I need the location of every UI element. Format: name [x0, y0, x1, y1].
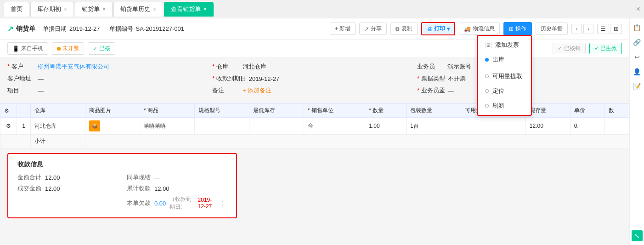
subtotal-row: 小计	[0, 135, 629, 148]
col-sales-unit: * 销售单位	[304, 104, 365, 118]
doc-title-text: 销货单	[16, 25, 35, 33]
sidebar-user-icon[interactable]: 👤	[632, 66, 643, 77]
doc-number-value: SA-20191227-001	[136, 25, 185, 32]
form-section: * 客户 柳州粤港平安气体有限公司 * 仓库 河北仓库 业务员 演示账号 客户地…	[0, 58, 629, 103]
due-date-value: 2019-12-27	[249, 75, 280, 82]
deal-value: 12.00	[45, 185, 60, 192]
tab-close-sales[interactable]: ×	[102, 6, 106, 12]
row-pack-qty: 1台	[406, 118, 461, 135]
customer-field: * 客户 柳州粤港平安气体有限公司	[7, 63, 212, 71]
cumulative-field: 累计收款 12.00	[127, 184, 227, 193]
doc-title: ↗ 销货单	[7, 24, 35, 33]
logistics-button[interactable]: 🚚 物流信息	[459, 23, 500, 35]
payment-title: 收款信息	[17, 160, 227, 169]
dropdown-add-invoice[interactable]: ☑ 添加发票	[478, 38, 531, 52]
tab-view-sales[interactable]: 查看销货单 ×	[164, 2, 214, 17]
customer-value[interactable]: 柳州粤港平安气体有限公司	[38, 63, 109, 71]
cancelled-badge: ✓ 已核销	[553, 43, 585, 54]
row-settings[interactable]: ⚙	[0, 118, 17, 135]
total-field: 金额合计 12.00	[17, 173, 118, 182]
col-current-stock: 现存量	[525, 104, 570, 118]
col-settings[interactable]: ⚙	[0, 104, 17, 118]
share-button[interactable]: ↗ 分享	[359, 23, 387, 35]
sidebar-link-icon[interactable]: 🔗	[632, 37, 643, 48]
col-product: * 商品	[140, 104, 194, 118]
available-qty-icon	[485, 74, 489, 78]
row-product: 嘻嘻嘻嘻	[140, 118, 194, 135]
new-button[interactable]: + 新增	[330, 23, 356, 35]
content-area: ↗ 销货单 单据日期 2019-12-27 单据编号 SA-20191227-0…	[0, 18, 629, 218]
tab-inventory-init[interactable]: 库存期初 ×	[30, 2, 74, 17]
dropdown-available-qty[interactable]: 可用量提取	[478, 69, 531, 84]
row-num: 1	[17, 118, 31, 135]
row-warehouse: 河北仓库	[31, 118, 85, 135]
row-extra	[604, 118, 629, 135]
doc-actions: + 新增 ↗ 分享 ⧉ 复制 🖨 打印 ▾	[330, 22, 622, 35]
add-note-button[interactable]: + 添加备注	[243, 86, 271, 95]
operations-dropdown: ☑ 添加发票 出库 可用量提取	[477, 35, 532, 116]
table-row: ⚙ 1 河北仓库 📦 嘻嘻嘻嘻 台 1.00 1台 12.00	[0, 118, 629, 135]
tab-close-inventory[interactable]: ×	[64, 6, 67, 12]
address-value: —	[38, 75, 44, 82]
sidebar-return-icon[interactable]: ↩	[632, 51, 643, 63]
col-spec: 规格型号	[194, 104, 249, 118]
same-order-field: 同单现结 —	[127, 173, 227, 182]
staff2-value: —	[448, 87, 454, 94]
doc-date-label: 单据日期	[43, 25, 67, 33]
tab-close-view-sales[interactable]: ×	[203, 6, 207, 12]
copy-button[interactable]: ⧉ 复制	[390, 23, 418, 35]
total-value: 12.00	[45, 174, 60, 181]
same-order-value: —	[154, 174, 160, 181]
tab-home[interactable]: 首页	[4, 2, 29, 17]
view-list[interactable]: ☰	[597, 24, 609, 34]
col-pack-qty: 包装数量	[406, 104, 461, 118]
checked-button[interactable]: ✓ 已核	[88, 42, 115, 55]
view-grid[interactable]: ⊞	[610, 24, 622, 34]
table-header-row: ⚙ 仓库 商品图片 * 商品 规格型号 最低库存 * 销售单位 * 数量 包装数…	[0, 104, 629, 118]
from-mobile-button[interactable]: 📱 来自手机	[7, 42, 48, 55]
col-num	[17, 104, 31, 118]
note-field: 备注 + 添加备注	[212, 86, 417, 95]
row-available	[461, 118, 525, 135]
nav-next[interactable]: ›	[583, 24, 593, 34]
nav-prev[interactable]: ‹	[571, 24, 582, 34]
deal-field: 成交金额 12.00	[17, 184, 118, 193]
project-value: —	[38, 87, 44, 94]
tab-sales-order[interactable]: 销货单 ×	[75, 2, 113, 17]
operations-button[interactable]: ⊞ 操作	[503, 22, 532, 35]
row-spec	[194, 118, 249, 135]
warehouse-out-icon	[485, 58, 489, 62]
warehouse-field: * 仓库 河北仓库	[212, 63, 417, 71]
row-quantity: 1.00	[365, 118, 407, 135]
staff-value: 演示账号	[447, 63, 471, 71]
doc-header: ↗ 销货单 单据日期 2019-12-27 单据编号 SA-20191227-0…	[0, 18, 629, 40]
payment-grid: 金额合计 12.00 同单现结 — 成交金额 12.00 累计收款 12.00 …	[17, 173, 227, 211]
dropdown-warehouse-out[interactable]: 出库	[478, 52, 531, 67]
print-button[interactable]: 🖨 打印 ▾	[421, 22, 455, 35]
row-min-stock	[249, 118, 304, 135]
tab-close-history[interactable]: ×	[153, 6, 156, 12]
product-image: 📦	[89, 120, 100, 131]
col-quantity: * 数量	[365, 104, 407, 118]
subtotal-label: 小计	[31, 135, 85, 148]
project-field: 项目 —	[7, 86, 212, 95]
row-current-stock: 12.00	[525, 118, 570, 135]
sidebar-doc-icon[interactable]: 📋	[632, 22, 643, 33]
sidebar-note-icon[interactable]: 📝	[632, 81, 643, 92]
sidebar-expand-icon[interactable]: ⤡	[632, 230, 643, 241]
nav-arrows: ‹ ›	[571, 24, 593, 34]
right-sidebar: 📋 🔗 ↩ 👤 📝 ⤡	[629, 18, 644, 245]
history-button[interactable]: 历史单据	[536, 23, 568, 35]
arrears-date: 2019-12-27	[198, 197, 218, 210]
dropdown-refresh[interactable]: 刷新	[478, 98, 531, 113]
tab-sales-history[interactable]: 销货单历史 ×	[113, 2, 163, 17]
dropdown-locate[interactable]: 定位	[478, 84, 531, 98]
refresh-icon	[485, 104, 489, 108]
doc-number-label: 单据编号	[109, 25, 133, 33]
view-toggle: ☰ ⊞	[597, 24, 622, 34]
not-opened-button[interactable]: 未开票	[52, 42, 84, 55]
tab-bar-close-button[interactable]: ×	[636, 5, 640, 13]
doc-meta: 单据日期 2019-12-27 单据编号 SA-20191227-001	[43, 25, 322, 33]
row-product-img: 📦	[85, 118, 140, 135]
locate-icon	[485, 89, 489, 93]
